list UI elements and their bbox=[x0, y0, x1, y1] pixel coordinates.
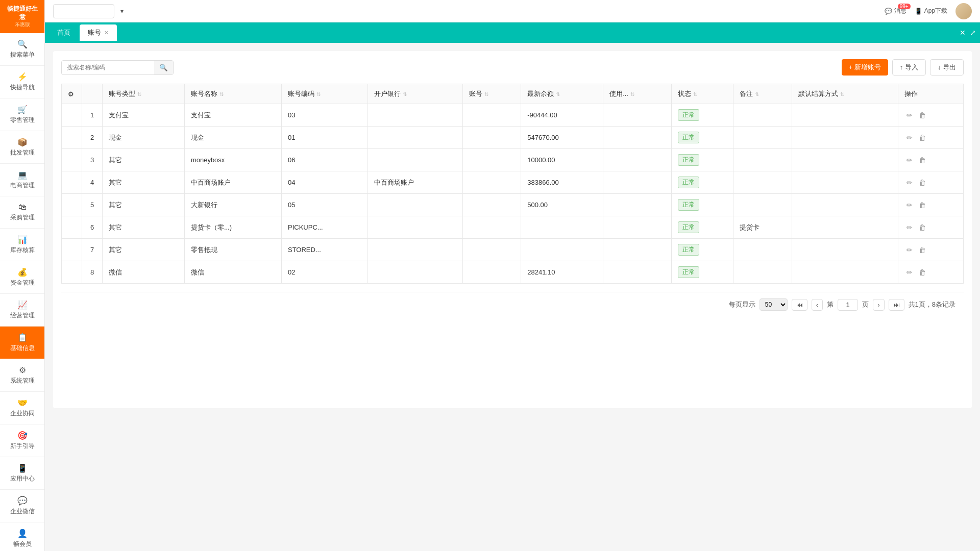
col-default-settle-sort-icon[interactable]: ⇅ bbox=[840, 91, 844, 97]
row-code-7: 02 bbox=[281, 261, 368, 284]
row-remark-5: 提货卡 bbox=[733, 216, 792, 239]
row-edit-button-4[interactable]: ✏ bbox=[904, 200, 915, 210]
col-num bbox=[82, 84, 103, 104]
row-default-settle-7 bbox=[792, 261, 898, 284]
tab-minimize-icon[interactable]: ✕ bbox=[960, 29, 966, 37]
sidebar-item-enterprise-wechat[interactable]: 💬企业微信 bbox=[0, 490, 44, 522]
row-edit-button-6[interactable]: ✏ bbox=[904, 245, 915, 255]
add-account-button[interactable]: + 新增账号 bbox=[842, 59, 888, 76]
sidebar-item-label-quick-nav: 快捷导航 bbox=[10, 83, 35, 92]
row-action-6: ✏ 🗑 bbox=[898, 239, 964, 261]
user-avatar[interactable] bbox=[955, 3, 972, 19]
row-edit-button-1[interactable]: ✏ bbox=[904, 133, 915, 143]
row-action-1: ✏ 🗑 bbox=[898, 127, 964, 149]
col-type-sort-icon[interactable]: ⇅ bbox=[137, 91, 141, 97]
sidebar-item-system-mgmt[interactable]: ⚙系统管理 bbox=[0, 359, 44, 392]
topbar: ▾ 💬 消息 99+ 📱 App下载 bbox=[45, 0, 980, 22]
table-row: 1 支付宝 支付宝 03 -90444.00 正常 ✏ 🗑 bbox=[62, 104, 964, 127]
sidebar-item-retail-mgmt[interactable]: 🛒零售管理 bbox=[0, 98, 44, 131]
row-edit-button-3[interactable]: ✏ bbox=[904, 178, 915, 188]
page-size-label: 每页显示 bbox=[729, 300, 755, 309]
sidebar-item-newbie-guide[interactable]: 🎯新手引导 bbox=[0, 424, 44, 457]
tab-expand-icon[interactable]: ⤢ bbox=[970, 29, 976, 37]
sidebar-item-app-center[interactable]: 📱应用中心 bbox=[0, 457, 44, 490]
row-usage-3 bbox=[603, 171, 671, 194]
sidebar-item-label-newbie-guide: 新手引导 bbox=[10, 442, 35, 450]
gear-icon[interactable]: ⚙ bbox=[68, 90, 74, 98]
page-prev-button[interactable]: ‹ bbox=[812, 299, 823, 311]
search-button[interactable]: 🔍 bbox=[154, 61, 173, 74]
row-edit-button-2[interactable]: ✏ bbox=[904, 155, 915, 165]
col-account-sort-icon[interactable]: ⇅ bbox=[484, 91, 488, 97]
sidebar-item-operations-mgmt[interactable]: 📈经营管理 bbox=[0, 294, 44, 327]
col-bank-sort-icon[interactable]: ⇅ bbox=[403, 91, 407, 97]
tab-accounts[interactable]: 账号 ✕ bbox=[80, 24, 117, 41]
sidebar-item-inventory[interactable]: 📊库存核算 bbox=[0, 229, 44, 261]
row-balance-6 bbox=[521, 239, 603, 261]
search-input[interactable] bbox=[62, 61, 154, 74]
row-code-5: PICKUPC... bbox=[281, 216, 368, 239]
page-size-select[interactable]: 50 100 200 bbox=[760, 298, 788, 311]
row-gear-4 bbox=[62, 194, 82, 216]
tab-home[interactable]: 首页 bbox=[49, 24, 79, 41]
row-gear-7 bbox=[62, 261, 82, 284]
row-code-4: 05 bbox=[281, 194, 368, 216]
row-edit-button-5[interactable]: ✏ bbox=[904, 222, 915, 233]
row-type-2: 其它 bbox=[103, 149, 185, 171]
row-remark-0 bbox=[733, 104, 792, 127]
sidebar-item-basic-info[interactable]: 📋基础信息 bbox=[0, 327, 44, 359]
col-remark-sort-icon[interactable]: ⇅ bbox=[755, 91, 759, 97]
row-delete-button-3[interactable]: 🗑 bbox=[917, 178, 928, 188]
row-edit-button-0[interactable]: ✏ bbox=[904, 110, 915, 120]
sidebar-item-search-menu[interactable]: 🔍搜索菜单 bbox=[0, 33, 44, 66]
row-delete-button-5[interactable]: 🗑 bbox=[917, 222, 928, 233]
col-usage-sort-icon[interactable]: ⇅ bbox=[630, 91, 634, 97]
topbar-left: ▾ bbox=[53, 4, 124, 18]
import-button[interactable]: ↑ 导入 bbox=[892, 59, 926, 76]
row-account-7 bbox=[463, 261, 521, 284]
sidebar-item-member[interactable]: 👤畅会员 bbox=[0, 522, 44, 551]
row-action-0: ✏ 🗑 bbox=[898, 104, 964, 127]
sidebar-item-enterprise-agreement[interactable]: 🤝企业协同 bbox=[0, 392, 44, 424]
row-type-0: 支付宝 bbox=[103, 104, 185, 127]
row-default-settle-4 bbox=[792, 194, 898, 216]
page-input[interactable] bbox=[838, 299, 858, 311]
tab-accounts-close[interactable]: ✕ bbox=[104, 30, 109, 36]
row-name-6: 零售抵现 bbox=[184, 239, 281, 261]
row-delete-button-7[interactable]: 🗑 bbox=[917, 267, 928, 278]
basic-info-icon: 📋 bbox=[17, 333, 28, 342]
row-edit-button-7[interactable]: ✏ bbox=[904, 267, 915, 278]
col-remark: 备注⇅ bbox=[733, 84, 792, 104]
topbar-dropdown[interactable]: ▾ bbox=[120, 8, 124, 15]
page-next-button[interactable]: › bbox=[873, 299, 884, 311]
row-gear-1 bbox=[62, 127, 82, 149]
page-last-button[interactable]: ⏭ bbox=[889, 299, 904, 311]
sidebar-item-finance-mgmt[interactable]: 💰资金管理 bbox=[0, 261, 44, 294]
page-first-button[interactable]: ⏮ bbox=[792, 299, 807, 311]
status-badge-1: 正常 bbox=[678, 132, 699, 143]
col-code-sort-icon[interactable]: ⇅ bbox=[316, 91, 321, 97]
sidebar-item-purchase-mgmt[interactable]: 🛍采购管理 bbox=[0, 196, 44, 229]
col-name-sort-icon[interactable]: ⇅ bbox=[219, 91, 224, 97]
sidebar-item-ecommerce-mgmt[interactable]: 💻电商管理 bbox=[0, 164, 44, 196]
row-status-5: 正常 bbox=[671, 216, 733, 239]
export-button[interactable]: ↓ 导出 bbox=[930, 59, 964, 76]
row-name-1: 现金 bbox=[184, 127, 281, 149]
col-balance-sort-icon[interactable]: ⇅ bbox=[556, 91, 560, 97]
sidebar-item-wholesale-mgmt[interactable]: 📦批发管理 bbox=[0, 131, 44, 164]
sidebar-item-label-search-menu: 搜索菜单 bbox=[10, 51, 35, 59]
content-area: 🔍 + 新增账号 ↑ 导入 ↓ 导出 ⚙ 账号类型⇅ 账号名称⇅ 账号编码⇅ bbox=[45, 43, 980, 551]
message-button[interactable]: 💬 消息 99+ bbox=[885, 7, 906, 15]
app-download-button[interactable]: 📱 App下载 bbox=[915, 7, 947, 15]
row-delete-button-6[interactable]: 🗑 bbox=[917, 245, 928, 255]
toolbar-right: + 新增账号 ↑ 导入 ↓ 导出 bbox=[842, 59, 964, 76]
topbar-search-input[interactable] bbox=[53, 4, 114, 18]
row-delete-button-1[interactable]: 🗑 bbox=[917, 133, 928, 143]
row-delete-button-2[interactable]: 🗑 bbox=[917, 155, 928, 165]
sidebar-item-quick-nav[interactable]: ⚡快捷导航 bbox=[0, 66, 44, 98]
col-status-sort-icon[interactable]: ⇅ bbox=[693, 91, 697, 97]
row-code-6: STORED... bbox=[281, 239, 368, 261]
row-delete-button-0[interactable]: 🗑 bbox=[917, 110, 928, 120]
row-delete-button-4[interactable]: 🗑 bbox=[917, 200, 928, 210]
row-balance-4: 500.00 bbox=[521, 194, 603, 216]
